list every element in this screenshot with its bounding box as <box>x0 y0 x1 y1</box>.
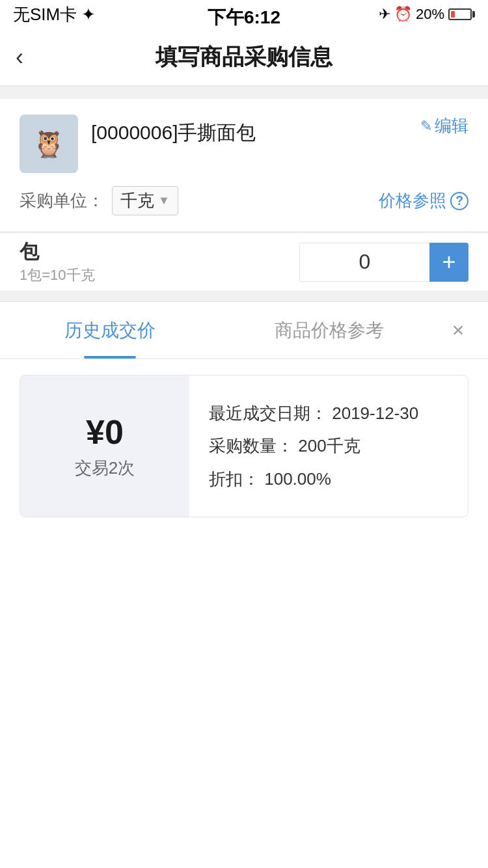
tab-history-price[interactable]: 历史成交价 <box>0 302 219 359</box>
recent-date-row: 最近成交日期： 2019-12-30 <box>209 401 448 425</box>
page-title: 填写商品采购信息 <box>156 42 332 72</box>
dropdown-arrow-icon: ▼ <box>158 194 170 208</box>
tab-price-reference[interactable]: 商品价格参考 <box>219 302 439 359</box>
status-left: 无SIM卡 ✦ <box>13 3 96 26</box>
status-bar: 无SIM卡 ✦ 下午6:12 ✈ ⏰ 20% <box>0 0 488 29</box>
purchase-qty-value: 200千克 <box>298 436 360 455</box>
recent-date-value: 2019-12-30 <box>332 403 418 423</box>
product-logo-icon: 🦉 <box>33 129 65 159</box>
help-icon: ? <box>450 192 468 210</box>
status-time: 下午6:12 <box>208 5 280 30</box>
bottom-panel: 历史成交价 商品价格参考 × ¥0 交易2次 最近成交日期： 2019-12-3… <box>0 301 488 868</box>
quantity-input[interactable]: 0 <box>299 243 429 282</box>
price-ref-label: 价格参照 <box>379 189 446 212</box>
back-button[interactable]: ‹ <box>16 44 23 71</box>
transaction-count: 交易2次 <box>75 457 135 480</box>
product-info: 🦉 [0000006]手撕面包 <box>20 115 420 173</box>
quantity-label-area: 包 1包=10千克 <box>20 239 95 285</box>
status-right: ✈ ⏰ 20% <box>379 6 475 23</box>
transaction-details: 最近成交日期： 2019-12-30 采购数量： 200千克 折扣： 100.0… <box>189 375 468 517</box>
quantity-section: 包 1包=10千克 0 + <box>0 232 488 291</box>
nav-bar: ‹ 填写商品采购信息 <box>0 29 488 86</box>
unit-left: 采购单位： 千克 ▼ <box>20 186 178 215</box>
transaction-price: ¥0 <box>86 413 124 452</box>
product-card: 🦉 [0000006]手撕面包 ✎ 编辑 采购单位： 千克 ▼ 价格参照 ? <box>0 99 488 231</box>
unit-label: 采购单位： <box>20 189 104 212</box>
purchase-qty-label: 采购数量： <box>209 436 293 455</box>
discount-row: 折扣： 100.00% <box>209 467 448 491</box>
tab-active-indicator <box>84 356 136 359</box>
carrier-text: 无SIM卡 ✦ <box>13 3 96 26</box>
location-icon: ✈ <box>379 6 390 23</box>
tabs-row: 历史成交价 商品价格参考 × <box>0 302 488 359</box>
tab-price-ref-label: 商品价格参考 <box>275 318 384 343</box>
quantity-plus-button[interactable]: + <box>429 243 468 282</box>
recent-date-label: 最近成交日期： <box>209 403 327 423</box>
quantity-conversion: 1包=10千克 <box>20 265 95 285</box>
content-area <box>0 533 488 868</box>
purchase-qty-row: 采购数量： 200千克 <box>209 434 448 457</box>
discount-label: 折扣： <box>209 469 260 489</box>
price-reference-button[interactable]: 价格参照 ? <box>379 189 468 212</box>
unit-selector[interactable]: 千克 ▼ <box>112 186 178 215</box>
edit-button[interactable]: ✎ 编辑 <box>420 115 468 137</box>
unit-value: 千克 <box>120 189 154 212</box>
quantity-unit-name: 包 <box>20 239 95 265</box>
battery-icon <box>448 8 475 20</box>
battery-percent: 20% <box>416 6 444 23</box>
edit-icon: ✎ <box>420 118 432 135</box>
transaction-card: ¥0 交易2次 最近成交日期： 2019-12-30 采购数量： 200千克 折… <box>20 375 468 517</box>
product-name: [0000006]手撕面包 <box>91 120 256 146</box>
product-header: 🦉 [0000006]手撕面包 ✎ 编辑 <box>20 115 468 173</box>
discount-value: 100.00% <box>264 469 331 489</box>
alarm-icon: ⏰ <box>394 6 412 23</box>
transaction-price-left: ¥0 交易2次 <box>20 375 189 517</box>
tab-history-label: 历史成交价 <box>64 318 156 343</box>
quantity-control: 0 + <box>299 243 468 282</box>
close-panel-button[interactable]: × <box>439 311 478 350</box>
purchase-unit-row: 采购单位： 千克 ▼ 价格参照 ? <box>20 186 468 215</box>
product-thumbnail: 🦉 <box>20 115 78 173</box>
